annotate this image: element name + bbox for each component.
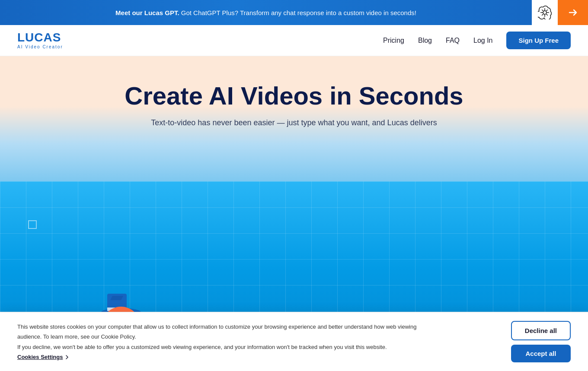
nav-login[interactable]: Log In: [473, 37, 492, 44]
hero-section: Create AI Videos in Seconds Text-to-vide…: [0, 56, 588, 181]
nav-pricing[interactable]: Pricing: [383, 37, 404, 44]
cookie-settings-link[interactable]: Cookies Settings: [17, 354, 70, 354]
hero-title: Create AI Videos in Seconds: [17, 82, 571, 110]
svg-line-5: [542, 10, 543, 11]
hero-subtitle: Text-to-video has never been easier — ju…: [17, 118, 571, 127]
cookie-banner: This website stores cookies on your comp…: [0, 312, 588, 354]
cookie-text: This website stores cookies on your comp…: [17, 323, 493, 354]
announcement-banner: Meet our Lucas GPT. Got ChatGPT Plus? Tr…: [0, 0, 588, 25]
arrow-icon[interactable]: [558, 0, 588, 25]
logo[interactable]: LUCAS AI Video Creator: [17, 32, 63, 49]
navbar: LUCAS AI Video Creator Pricing Blog FAQ …: [0, 25, 588, 56]
decline-button[interactable]: Decline all: [511, 321, 571, 340]
svg-line-6: [546, 14, 548, 16]
announcement-text[interactable]: Meet our Lucas GPT. Got ChatGPT Plus? Tr…: [0, 8, 532, 17]
nav-blog[interactable]: Blog: [418, 37, 432, 44]
cookie-line1: This website stores cookies on your comp…: [17, 323, 493, 331]
announcement-bold: Meet our Lucas GPT.: [115, 9, 179, 16]
nav-links: Pricing Blog FAQ Log In Sign Up Free: [383, 32, 571, 49]
cookie-buttons: Decline all Accept all: [511, 321, 571, 354]
accept-button[interactable]: Accept all: [511, 345, 571, 354]
nav-faq[interactable]: FAQ: [446, 37, 460, 44]
cookie-line3: If you decline, we won't be able to offe…: [17, 343, 493, 352]
logo-text: LUCAS: [17, 32, 61, 44]
announcement-icons: [532, 0, 588, 25]
logo-subtitle: AI Video Creator: [17, 44, 63, 49]
grid-square: [28, 220, 37, 229]
svg-line-7: [546, 10, 548, 11]
svg-line-8: [542, 14, 543, 16]
cookie-line2: audience. To learn more, see our Cookie …: [17, 333, 493, 341]
announcement-rest: Got ChatGPT Plus? Transform any chat res…: [179, 9, 416, 16]
openai-icon: [532, 0, 558, 25]
signup-button[interactable]: Sign Up Free: [506, 32, 571, 49]
